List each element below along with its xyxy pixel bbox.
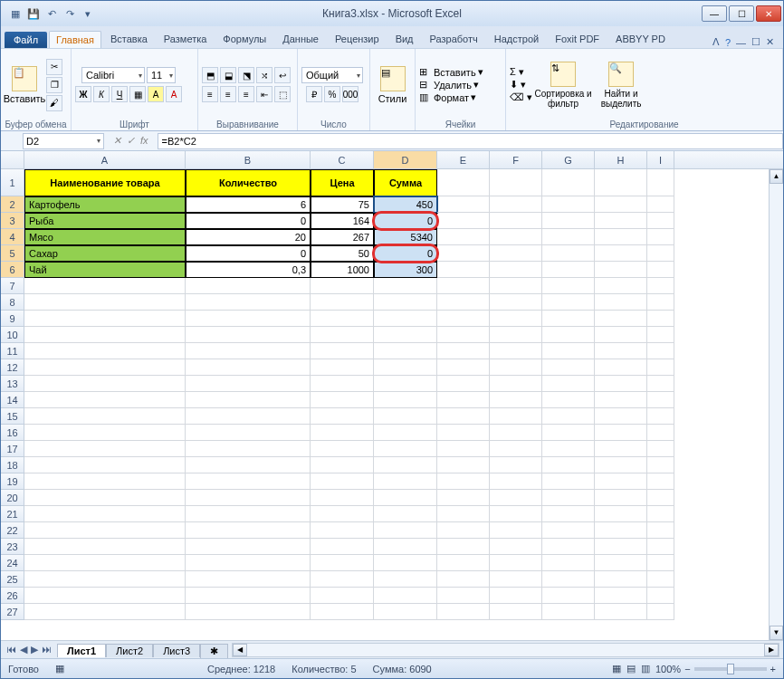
cell-B7[interactable] bbox=[186, 278, 311, 294]
row-header-8[interactable]: 8 bbox=[1, 294, 24, 311]
cell-H6[interactable] bbox=[595, 262, 647, 278]
cell-E13[interactable] bbox=[437, 376, 490, 392]
row-header-20[interactable]: 20 bbox=[1, 490, 24, 506]
zoom-out-button[interactable]: − bbox=[684, 664, 690, 674]
cell-H8[interactable] bbox=[595, 294, 647, 311]
cell-A5[interactable]: Сахар bbox=[24, 245, 186, 262]
cell-I4[interactable] bbox=[647, 229, 674, 245]
cell-C27[interactable] bbox=[311, 604, 374, 620]
cell-I20[interactable] bbox=[647, 490, 674, 506]
cell-I18[interactable] bbox=[647, 457, 674, 473]
cell-I27[interactable] bbox=[647, 604, 674, 620]
cell-H24[interactable] bbox=[595, 555, 647, 571]
cell-D25[interactable] bbox=[374, 571, 437, 588]
cell-G17[interactable] bbox=[542, 441, 595, 457]
cell-H18[interactable] bbox=[595, 457, 647, 473]
cell-A4[interactable]: Мясо bbox=[24, 229, 186, 245]
cell-E3[interactable] bbox=[437, 213, 490, 229]
cell-A12[interactable] bbox=[24, 359, 186, 376]
cell-I14[interactable] bbox=[647, 392, 674, 408]
cell-D21[interactable] bbox=[374, 506, 437, 522]
row-header-2[interactable]: 2 bbox=[1, 196, 24, 213]
cell-G11[interactable] bbox=[542, 343, 595, 359]
cell-E7[interactable] bbox=[437, 278, 490, 294]
find-button[interactable]: 🔍 Найти и выделить bbox=[594, 55, 648, 115]
window-close-icon[interactable]: ✕ bbox=[766, 36, 774, 48]
cell-F22[interactable] bbox=[490, 522, 542, 539]
cell-C19[interactable] bbox=[311, 473, 374, 490]
cell-E25[interactable] bbox=[437, 571, 490, 588]
cell-F27[interactable] bbox=[490, 604, 542, 620]
cell-B17[interactable] bbox=[186, 441, 311, 457]
cell-G24[interactable] bbox=[542, 555, 595, 571]
comma-icon[interactable]: 000 bbox=[342, 86, 359, 102]
cells-format-button[interactable]: ▥Формат ▾ bbox=[419, 91, 476, 103]
cell-G25[interactable] bbox=[542, 571, 595, 588]
cell-I3[interactable] bbox=[647, 213, 674, 229]
cell-A2[interactable]: Картофель bbox=[24, 196, 186, 213]
format-painter-icon[interactable]: 🖌 bbox=[46, 95, 62, 111]
cell-H7[interactable] bbox=[595, 278, 647, 294]
cell-G10[interactable] bbox=[542, 327, 595, 343]
cell-C5[interactable]: 50 bbox=[311, 245, 374, 262]
row-header-25[interactable]: 25 bbox=[1, 571, 24, 588]
cell-D18[interactable] bbox=[374, 457, 437, 473]
cell-E4[interactable] bbox=[437, 229, 490, 245]
cell-H19[interactable] bbox=[595, 473, 647, 490]
cell-E15[interactable] bbox=[437, 408, 490, 425]
cell-A9[interactable] bbox=[24, 311, 186, 327]
cell-H2[interactable] bbox=[595, 196, 647, 213]
cell-H15[interactable] bbox=[595, 408, 647, 425]
cell-I25[interactable] bbox=[647, 571, 674, 588]
window-min-icon[interactable]: — bbox=[736, 37, 746, 48]
row-header-9[interactable]: 9 bbox=[1, 311, 24, 327]
cell-C24[interactable] bbox=[311, 555, 374, 571]
name-box[interactable]: D2 bbox=[23, 133, 104, 149]
cell-B3[interactable]: 0 bbox=[186, 213, 311, 229]
clear-button[interactable]: ⌫ ▾ bbox=[510, 91, 532, 103]
row-header-7[interactable]: 7 bbox=[1, 278, 24, 294]
cell-C4[interactable]: 267 bbox=[311, 229, 374, 245]
cell-C10[interactable] bbox=[311, 327, 374, 343]
cell-B25[interactable] bbox=[186, 571, 311, 588]
cell-G5[interactable] bbox=[542, 245, 595, 262]
cell-E5[interactable] bbox=[437, 245, 490, 262]
cell-H12[interactable] bbox=[595, 359, 647, 376]
cell-D16[interactable] bbox=[374, 425, 437, 441]
cell-F25[interactable] bbox=[490, 571, 542, 588]
cell-E27[interactable] bbox=[437, 604, 490, 620]
row-header-19[interactable]: 19 bbox=[1, 473, 24, 490]
cell-G23[interactable] bbox=[542, 539, 595, 555]
cell-A27[interactable] bbox=[24, 604, 186, 620]
cell-G18[interactable] bbox=[542, 457, 595, 473]
cell-G3[interactable] bbox=[542, 213, 595, 229]
align-top-icon[interactable]: ⬒ bbox=[202, 67, 218, 83]
cell-C20[interactable] bbox=[311, 490, 374, 506]
cell-D19[interactable] bbox=[374, 473, 437, 490]
tab-abbyy[interactable]: ABBYY PD bbox=[608, 30, 673, 48]
cell-F11[interactable] bbox=[490, 343, 542, 359]
cell-G22[interactable] bbox=[542, 522, 595, 539]
cell-D23[interactable] bbox=[374, 539, 437, 555]
cell-D2[interactable]: 450 bbox=[374, 196, 437, 213]
cell-F19[interactable] bbox=[490, 473, 542, 490]
save-icon[interactable]: 💾 bbox=[26, 6, 41, 21]
cell-B13[interactable] bbox=[186, 376, 311, 392]
cell-G26[interactable] bbox=[542, 588, 595, 604]
wrap-icon[interactable]: ↩ bbox=[274, 67, 291, 83]
row-header-27[interactable]: 27 bbox=[1, 604, 24, 620]
cell-I16[interactable] bbox=[647, 425, 674, 441]
autosum-button[interactable]: Σ ▾ bbox=[510, 66, 524, 78]
cell-G1[interactable] bbox=[542, 169, 595, 196]
row-header-24[interactable]: 24 bbox=[1, 555, 24, 571]
number-format-combo[interactable]: Общий bbox=[301, 67, 363, 83]
cell-F24[interactable] bbox=[490, 555, 542, 571]
cell-A7[interactable] bbox=[24, 278, 186, 294]
cell-H20[interactable] bbox=[595, 490, 647, 506]
cell-E20[interactable] bbox=[437, 490, 490, 506]
font-color-button[interactable]: A bbox=[166, 86, 182, 102]
tab-data[interactable]: Данные bbox=[275, 30, 326, 48]
row-header-12[interactable]: 12 bbox=[1, 359, 24, 376]
cell-G20[interactable] bbox=[542, 490, 595, 506]
minimize-ribbon-icon[interactable]: ᐱ bbox=[712, 36, 720, 48]
